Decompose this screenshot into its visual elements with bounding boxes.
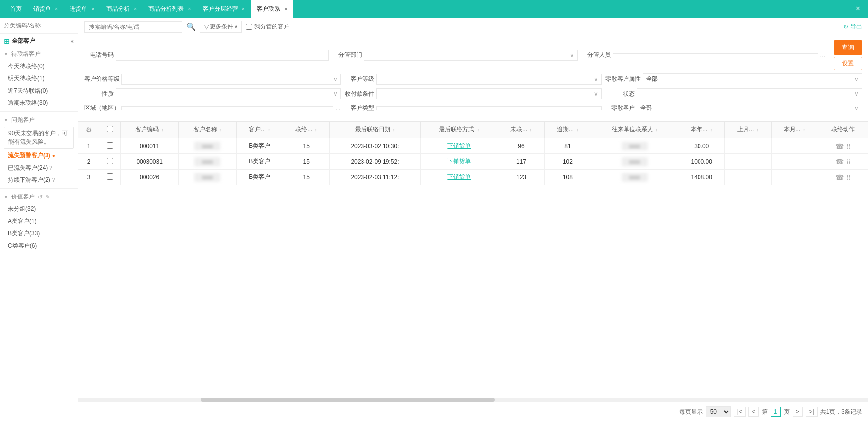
sidebar-item-declining[interactable]: 持续下滑客户(2) ? xyxy=(0,174,78,186)
tab-customer-contact-close[interactable]: × xyxy=(284,6,287,12)
retail-attr-select[interactable]: 全部 ∨ xyxy=(643,73,862,85)
tab-home[interactable]: 首页 xyxy=(4,0,27,18)
action-more-icon[interactable]: ⁞⁞ xyxy=(846,158,850,166)
sidebar-all-customers[interactable]: ⊞ 全部客户 « xyxy=(0,34,78,48)
select-all-checkbox[interactable] xyxy=(107,126,113,132)
last-method-link[interactable]: 下销货单 xyxy=(447,142,471,149)
my-customers-check[interactable] xyxy=(246,24,252,30)
payment-select[interactable]: ∨ xyxy=(376,88,602,99)
cell-action: ☎ ⁞⁞ xyxy=(818,138,868,154)
th-checkbox[interactable] xyxy=(99,122,121,138)
th-type[interactable]: 客户... ↕ xyxy=(237,122,283,138)
page-prev-btn[interactable]: < xyxy=(748,407,759,417)
sidebar-item-lost-warning[interactable]: 流失预警客户(3) ● xyxy=(0,149,78,162)
value-refresh-icon[interactable]: ↺ xyxy=(38,194,43,200)
action-more-icon[interactable]: ⁞⁞ xyxy=(846,142,850,150)
settings-button[interactable]: 设置 xyxy=(834,57,862,70)
sidebar-item-today[interactable]: 今天待联络(0) xyxy=(0,60,78,73)
th-last-method[interactable]: 最后联络方式 ↕ xyxy=(420,122,498,138)
page-first-btn[interactable]: |< xyxy=(734,407,746,417)
th-code[interactable]: 客户编码 ↕ xyxy=(121,122,178,138)
th-settings[interactable]: ⚙ xyxy=(78,122,99,138)
cell-name: ●●● xyxy=(178,154,236,170)
row-checkbox[interactable] xyxy=(107,173,113,180)
th-this-year[interactable]: 本年... ↕ xyxy=(678,122,725,138)
tab-product-list[interactable]: 商品分析列表 × xyxy=(143,0,196,18)
query-button[interactable]: 查询 xyxy=(834,40,862,55)
tab-sales-close[interactable]: × xyxy=(55,6,58,12)
status-select[interactable]: ∨ xyxy=(637,88,862,99)
page-suffix: 页 xyxy=(784,408,790,416)
filter-search-input[interactable] xyxy=(84,21,182,33)
scrollbar-thumb[interactable] xyxy=(201,398,495,402)
cell-last-method[interactable]: 下销货单 xyxy=(420,138,498,154)
cell-checkbox[interactable] xyxy=(99,154,121,170)
cell-last-method[interactable]: 下销货单 xyxy=(420,154,498,170)
th-uncontact[interactable]: 未联... ↕ xyxy=(498,122,545,138)
th-name[interactable]: 客户名称 ↕ xyxy=(178,122,236,138)
th-liaison[interactable]: 往来单位联系人 ↕ xyxy=(591,122,678,138)
close-all-tabs[interactable]: × xyxy=(852,4,864,13)
gender-select[interactable]: ∨ xyxy=(116,88,341,99)
tab-purchase-close[interactable]: × xyxy=(91,6,94,12)
filter-dept-field: 分管部门 ∨ xyxy=(333,50,577,61)
action-phone-icon[interactable]: ☎ xyxy=(835,158,844,166)
page-next-btn[interactable]: > xyxy=(793,407,803,417)
row-checkbox[interactable] xyxy=(107,158,113,164)
cell-checkbox[interactable] xyxy=(99,138,121,154)
manager-more-icon[interactable]: … xyxy=(820,52,826,59)
horizontal-scrollbar[interactable] xyxy=(78,398,868,402)
sidebar-item-ungrouped[interactable]: 未分组(32) xyxy=(0,203,78,215)
price-grade-select[interactable]: ∨ xyxy=(121,74,341,85)
filter-more-button[interactable]: ▽ 更多条件 ∧ xyxy=(200,21,242,33)
sidebar-item-class-c[interactable]: C类客户(6) xyxy=(0,240,78,252)
sidebar-item-lost-already[interactable]: 已流失客户(24) ? xyxy=(0,162,78,174)
th-contact[interactable]: 联络... ↕ xyxy=(283,122,330,138)
sidebar-item-class-b[interactable]: B类客户(33) xyxy=(0,227,78,240)
export-button[interactable]: ↻ 导出 xyxy=(844,23,862,31)
th-last-month[interactable]: 上月... ↕ xyxy=(725,122,772,138)
tab-customer-layer[interactable]: 客户分层经营 × xyxy=(197,0,251,18)
sidebar-item-class-a[interactable]: A类客户(1) xyxy=(0,215,78,227)
filter-search-button[interactable]: 🔍 xyxy=(186,22,196,31)
customer-grade-select[interactable]: ∨ xyxy=(376,74,602,85)
page-last-btn[interactable]: >| xyxy=(806,407,818,417)
sidebar-search-input[interactable] xyxy=(4,22,77,29)
sidebar-item-tomorrow[interactable]: 明天待联络(1) xyxy=(0,73,78,85)
value-edit-icon[interactable]: ✎ xyxy=(46,194,50,200)
region-select[interactable] xyxy=(121,106,333,110)
region-more-icon[interactable]: … xyxy=(335,105,341,112)
action-more-icon[interactable]: ⁞⁞ xyxy=(846,173,850,181)
tab-customer-layer-close[interactable]: × xyxy=(242,6,245,12)
th-overdue[interactable]: 逾期... ↕ xyxy=(544,122,591,138)
action-phone-icon[interactable]: ☎ xyxy=(835,142,844,150)
tab-product-analysis-close[interactable]: × xyxy=(134,6,137,12)
cell-overdue: 102 xyxy=(544,154,591,170)
payment-label: 收付款条件 xyxy=(345,90,374,98)
th-last-date[interactable]: 最后联络日期 ↕ xyxy=(330,122,421,138)
table-row: 1 000011 ●●● B类客户 15 2023-03-02 10:30: 下… xyxy=(78,138,868,154)
customer-type-select[interactable] xyxy=(376,106,602,110)
cell-checkbox[interactable] xyxy=(99,170,121,185)
cell-liaison: ●●● xyxy=(591,138,678,154)
row-checkbox[interactable] xyxy=(107,142,113,149)
sidebar-item-overdue[interactable]: 逾期未联络(30) xyxy=(0,97,78,109)
cell-last-method[interactable]: 下销货单 xyxy=(420,170,498,185)
customer-grade-label: 客户等级 xyxy=(345,75,374,83)
tab-purchase[interactable]: 进货单 × xyxy=(64,0,100,18)
tab-product-analysis[interactable]: 商品分析 × xyxy=(100,0,143,18)
last-method-link[interactable]: 下销货单 xyxy=(447,158,471,165)
th-this-month[interactable]: 本月... ↕ xyxy=(772,122,818,138)
last-method-link[interactable]: 下销货单 xyxy=(447,173,471,180)
sidebar-item-7days[interactable]: 近7天待联络(0) xyxy=(0,85,78,97)
action-phone-icon[interactable]: ☎ xyxy=(835,173,844,181)
phone-input[interactable] xyxy=(116,50,329,61)
tab-customer-contact[interactable]: 客户联系 × xyxy=(251,0,293,18)
tab-sales[interactable]: 销货单 × xyxy=(27,0,64,18)
per-page-select[interactable]: 50 100 xyxy=(706,406,731,417)
manager-select[interactable] xyxy=(613,53,818,57)
dept-select[interactable]: ∨ xyxy=(364,50,577,61)
my-customers-checkbox[interactable]: 我分管的客户 xyxy=(246,23,289,31)
retail-customer-select[interactable]: 全部 ∨ xyxy=(637,102,862,114)
tab-product-list-close[interactable]: × xyxy=(188,6,191,12)
